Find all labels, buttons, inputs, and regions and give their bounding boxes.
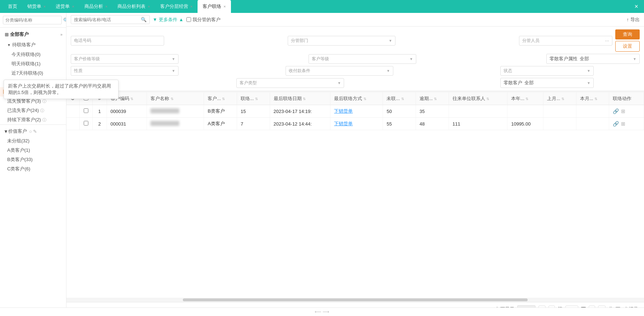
col-last-contact-date[interactable]: 最后联络日期 ⇅ [270, 93, 330, 105]
nav-item-customer-contact[interactable]: 客户联络 × [198, 0, 231, 13]
row1-last-method[interactable]: 下销货单 [330, 105, 383, 118]
filter-scatter-attr[interactable]: 零散客户属性 全部 ▼ [546, 54, 640, 64]
row1-checkbox-cell[interactable] [79, 105, 92, 118]
close-tier-icon[interactable]: × [190, 4, 193, 9]
nav-item-analysis-list[interactable]: 商品分析列表 × [112, 0, 155, 13]
edit-icon[interactable]: ✎ [33, 129, 37, 134]
col-contact-person[interactable]: 往来单位联系人 ⇅ [449, 93, 507, 105]
tooltip-box: 距客户上次交易时长，超过了此客户的平均交易周期的1.5倍，则视为异常。 [66, 80, 119, 99]
close-analysis-list-icon[interactable]: × [148, 4, 150, 9]
filter-icon: ▼ [153, 17, 157, 22]
settings-button[interactable]: 设置 [615, 41, 640, 52]
sort-icon-contact: ⇅ [255, 97, 258, 101]
filter-person[interactable]: 分管人员 ··· [519, 36, 612, 46]
row2-contact-person: 111 [449, 118, 507, 130]
row1-name [147, 105, 204, 118]
top-nav: 首页 销货单 × 进货单 × 商品分析 × 商品分析列表 × 客户分层经营 × … [0, 0, 644, 13]
filter-status[interactable]: 状态 ▼ [500, 66, 594, 76]
row1-checkbox[interactable] [84, 108, 88, 113]
sidebar-item-ungrouped[interactable]: 未分组(32) [0, 136, 66, 146]
sidebar-resize-handle[interactable]: ⟵ ⟶ [0, 307, 66, 316]
search-input[interactable] [74, 17, 141, 22]
sidebar-item-declining[interactable]: 持续下滑客户(2) ⓘ [0, 115, 66, 124]
col-not-contacted[interactable]: 未联... ⇅ [383, 93, 416, 105]
col-name[interactable]: 客户名称 ⇅ [147, 93, 204, 105]
sidebar-value-section: ▼ 价值客户 ○ ✎ 未分组(32) A类客户(1) B类客户(33) C类客户… [0, 124, 66, 175]
filter-price-level[interactable]: 客户价格等级 ▼ [71, 54, 179, 64]
horizontal-scrollbar[interactable] [66, 298, 644, 302]
col-current-month[interactable]: 本月... ⇅ [576, 93, 609, 105]
more-icon[interactable]: ··· [605, 38, 609, 43]
row2-checkbox[interactable] [84, 121, 88, 126]
table-row: 1 000039 B类客户 1 [66, 105, 644, 118]
close-analysis-icon[interactable]: × [105, 4, 107, 9]
sidebar-search-icon[interactable]: 🔍 [63, 18, 66, 23]
sidebar-all-customers[interactable]: ⊞ 全部客户 » [0, 29, 66, 40]
row2-last-method[interactable]: 下销货单 [330, 118, 383, 130]
sidebar-item-churned[interactable]: 已流失客户(24) ⓘ [0, 106, 66, 115]
filter-panel: 电话号码 分管部门 ▼ 分管人员 ··· 查询 设置 [66, 27, 644, 91]
filter-customer-type[interactable]: 客户类型 ▼ [236, 78, 344, 88]
query-button[interactable]: 查询 [615, 29, 640, 39]
col-last-month[interactable]: 上月... ⇅ [543, 93, 576, 105]
nav-item-analysis[interactable]: 商品分析 × [79, 0, 112, 13]
row2-checkbox-cell[interactable] [79, 118, 92, 130]
close-window-btn[interactable]: × [631, 3, 641, 10]
sidebar-item-type-c[interactable]: C类客户(6) [0, 164, 66, 174]
filter-customer-level[interactable]: 客户等级 ▼ [309, 54, 416, 64]
filter-payment[interactable]: 收付款条件 ▼ [286, 66, 393, 76]
more-conditions-btn[interactable]: ▼ 更多条件 ▲ [153, 16, 184, 23]
row2-code: 000031 [107, 118, 147, 130]
row1-grid-icon[interactable]: ⊞ [621, 108, 625, 114]
dropdown-arrow-icon3: ▼ [409, 57, 413, 61]
nav-item-sales[interactable]: 销货单 × [22, 0, 51, 13]
sidebar-item-type-b[interactable]: B类客户(33) [0, 155, 66, 164]
row1-last-date: 2023-04-17 14:19: [270, 105, 330, 118]
dropdown-arrow-icon5: ▼ [172, 69, 175, 73]
value-customer-header[interactable]: ▼ 价值客户 ○ ✎ [0, 126, 66, 136]
sort-icon-month: ⇅ [594, 97, 597, 101]
search-icon[interactable]: 🔍 [141, 17, 147, 22]
row1-link-icon[interactable]: 🔗 [613, 108, 619, 114]
sidebar-item-tomorrow[interactable]: 明天待联络(1) [4, 59, 66, 69]
sidebar-item-today[interactable]: 今天待联络(0) [4, 50, 66, 59]
arrow-down-icon2: ▼ [4, 129, 8, 134]
filter-phone[interactable]: 电话号码 [71, 36, 164, 46]
nav-item-purchase[interactable]: 进货单 × [51, 0, 79, 13]
sidebar-item-type-a[interactable]: A类客户(1) [0, 146, 66, 155]
close-contact-icon[interactable]: × [223, 4, 226, 9]
nav-item-customer-tier[interactable]: 客户分层经营 × [155, 0, 198, 13]
sort-icon-type: ⇅ [222, 97, 225, 101]
my-customers-checkbox[interactable] [186, 17, 191, 22]
collapse-icon[interactable]: » [60, 32, 62, 37]
col-current-year[interactable]: 本年... ⇅ [508, 93, 543, 105]
chevron-up-icon: ▲ [179, 17, 184, 22]
dropdown-arrow-icon2: ▼ [172, 57, 175, 61]
sidebar-search-input[interactable] [3, 16, 62, 24]
scroll-thumb[interactable] [183, 298, 528, 301]
close-sales-icon[interactable]: × [43, 4, 46, 9]
circle-icon[interactable]: ○ [29, 129, 32, 134]
sort-icon-last-month: ⇅ [561, 97, 564, 101]
col-customer-type[interactable]: 客户... ⇅ [204, 93, 237, 105]
col-last-contact-method[interactable]: 最后联络方式 ⇅ [330, 93, 383, 105]
dropdown-arrow-icon: ▼ [389, 39, 392, 43]
export-btn[interactable]: ↑ 导出 [627, 16, 640, 23]
sort-icon-not-contacted: ⇅ [401, 97, 404, 101]
filter-scatter-customer[interactable]: 零散客户 全部 ▼ [500, 78, 594, 88]
nav-item-home[interactable]: 首页 [3, 0, 22, 13]
my-customers-filter: 我分管的客户 [186, 16, 221, 23]
dropdown-arrow-icon4: ▼ [633, 57, 636, 61]
row2-last-date: 2023-04-12 14:44: [270, 118, 330, 130]
row2-name [147, 118, 204, 130]
waiting-contact-header[interactable]: ▼ 待联络客户 [4, 40, 66, 50]
close-purchase-icon[interactable]: × [72, 4, 74, 9]
sidebar-item-7days[interactable]: 近7天待联络(0) [4, 69, 66, 78]
col-overdue[interactable]: 逾期... ⇅ [416, 93, 449, 105]
data-table: ⚙ # 客户编码 ⇅ 客户名称 ⇅ [66, 93, 644, 130]
row2-link-icon[interactable]: 🔗 [613, 121, 619, 127]
filter-department[interactable]: 分管部门 ▼ [288, 36, 395, 46]
row2-grid-icon[interactable]: ⊞ [621, 121, 625, 127]
col-contact-count[interactable]: 联络... ⇅ [237, 93, 270, 105]
filter-nature[interactable]: 性质 ▼ [71, 66, 179, 76]
